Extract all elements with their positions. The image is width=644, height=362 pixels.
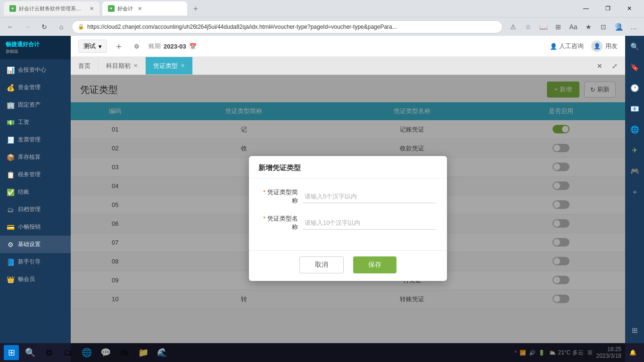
tab-subjects[interactable]: 科目期初 ✕ [99,57,146,74]
form-label-name: 凭证类型名称 [260,214,303,231]
workspace-name: 测试 [83,42,96,50]
tab-home[interactable]: 首页 [71,57,99,74]
zijin-icon: 💰 [7,84,14,91]
rsp-bookmark-icon[interactable]: 🔖 [627,60,642,74]
tab-close-panel-button[interactable]: ✕ [593,59,606,73]
tab-voucher-type-label: 凭证类型 [153,62,178,70]
address-input[interactable]: 🔒 https://cloud2.chanjet.com/accounting/… [72,20,503,33]
window-controls: — ❐ ✕ [575,0,640,17]
user-info[interactable]: 👤 用友 [591,41,618,52]
tab-voucher-type-close[interactable]: ✕ [181,63,185,69]
start-button[interactable]: ⊞ [4,345,19,360]
calendar-icon[interactable]: 📅 [189,43,197,50]
sidebar: 畅捷通好合计 旗舰版 📊 会投资中心 💰 资金管理 🏢 固定资产 [0,36,71,362]
huiyuan-icon: 👑 [7,276,14,283]
tab2-label: 好会计 [117,5,133,12]
consult-button[interactable]: 👤 人工咨询 [550,42,584,50]
guidang-label: 归档管理 [18,206,41,214]
new-tab-button[interactable]: ＋ [192,4,199,14]
close-button[interactable]: ✕ [619,0,640,17]
reload-button[interactable]: ↻ [38,20,51,33]
back-button[interactable]: ← [4,20,17,33]
period-value: 2023-03 [164,43,186,50]
user-avatar: 👤 [591,41,603,52]
rsp-history-icon[interactable]: 🕐 [627,81,642,95]
shuiwu-icon: 📋 [7,171,14,179]
modal-title: 新增凭证类型 [258,164,301,172]
period-info: 账期 2023-03 📅 [149,42,197,50]
rsp-grid-icon[interactable]: ⊞ [627,323,642,337]
consult-label: 人工咨询 [559,42,584,50]
tab1-close[interactable]: ✕ [90,6,94,12]
edge-search-icon[interactable]: 🔍 [612,20,625,33]
extensions-icon[interactable]: ⚠ [506,20,520,33]
favorites-icon[interactable]: ★ [582,20,595,33]
multitasking-icon: ⧉ [46,348,52,358]
fapiao-label: 发票管理 [18,136,41,144]
rsp-outlook-icon[interactable]: 📧 [627,102,642,116]
sidebar-item-touzi[interactable]: 📊 会投资中心 [0,61,71,79]
main-content: 凭证类型 + 新增 ↻ 刷新 编码 凭证类型简称 凭证类型名称 [71,75,625,362]
kucun-icon: 📦 [7,154,14,161]
home-button[interactable]: ⌂ [55,20,68,33]
sidebar-item-jichushezhi[interactable]: ⚙ 基础设置 [0,236,71,253]
reading-mode-icon[interactable]: 📖 [537,20,550,33]
rsp-add-icon[interactable]: ＋ [627,185,642,199]
zijin-label: 资金管理 [18,83,41,91]
sidebar-item-huiyuan[interactable]: 👑 畅会员 [0,271,71,288]
cancel-button[interactable]: 取消 [299,256,344,273]
tab-expand-buttons: ✕ ⤢ [593,59,625,73]
minimize-button[interactable]: — [575,0,597,17]
url-text: https://cloud2.chanjet.com/accounting/uh… [87,24,496,30]
sidebar-item-guidang[interactable]: 🗂 归档管理 [0,201,71,218]
translate-icon[interactable]: Aa [567,20,580,33]
collections-icon[interactable]: ⊡ [597,20,610,33]
add-workspace-button[interactable]: ＋ [113,40,125,52]
tab2-favicon: ✦ [108,5,115,12]
modal-footer: 取消 保存 [249,250,447,281]
sidebar-logo-text: 畅捷通好合计 [6,41,40,49]
form-input-name[interactable] [303,216,436,230]
workspace-selector[interactable]: 测试 ▾ [78,40,107,53]
split-view-icon[interactable]: ⊞ [552,20,565,33]
sidebar-item-kucun[interactable]: 📦 库存核算 [0,148,71,166]
taskbar-multitasking[interactable]: ⧉ [41,345,57,360]
sidebar-item-xinshouyindao[interactable]: 📘 新手引导 [0,253,71,271]
bookmark-icon[interactable]: ☆ [521,20,535,33]
taskbar-search[interactable]: 🔍 [23,345,38,360]
sidebar-item-gongzi[interactable]: 💵 工资 [0,114,71,131]
top-bar-right: 👤 人工咨询 👤 用友 [550,41,618,52]
browser-tab-2[interactable]: ✦ 好会计 ✕ [102,1,187,16]
form-input-short[interactable] [303,190,436,203]
notification-button[interactable]: 🔔 [625,345,640,360]
modal-body: 凭证类型简称 凭证类型名称 [249,179,447,250]
sidebar-item-zijin[interactable]: 💰 资金管理 [0,79,71,96]
forward-button[interactable]: → [21,20,34,33]
rsp-edge-icon[interactable]: 🌐 [627,123,642,137]
xinshouyindao-icon: 📘 [7,258,14,266]
save-button[interactable]: 保存 [353,256,396,273]
sidebar-item-xiaobaoxiao[interactable]: 💳 小畅报销 [0,218,71,236]
workspace-settings-button[interactable]: ⚙ [131,40,143,52]
huiyuan-label: 畅会员 [18,275,35,283]
jichushezhi-label: 基础设置 [18,240,41,248]
top-bar: 测试 ▾ ＋ ⚙ 账期 2023-03 📅 👤 人工咨询 👤 [71,36,625,57]
tab-expand-button[interactable]: ⤢ [608,59,621,73]
more-tools-icon[interactable]: … [627,20,640,33]
rsp-search-icon[interactable]: 🔍 [627,40,642,54]
tab-home-label: 首页 [78,62,91,70]
sidebar-item-shuiwu[interactable]: 📋 税务管理 [0,166,71,183]
period-label: 账期 [149,42,161,50]
sidebar-item-fapiao[interactable]: 🧾 发票管理 [0,131,71,148]
tab-subjects-close[interactable]: ✕ [133,63,138,69]
sidebar-item-jiezhang[interactable]: ✅ 结账 [0,183,71,201]
rsp-send-icon[interactable]: ✈ [627,143,642,157]
tab2-close[interactable]: ✕ [138,6,142,12]
rsp-games-icon[interactable]: 🎮 [627,164,642,178]
tab-voucher-type[interactable]: 凭证类型 ✕ [146,57,193,74]
sidebar-items: 📊 会投资中心 💰 资金管理 🏢 固定资产 💵 工资 🧾 发票管理 [0,59,71,344]
form-row-short: 凭证类型简称 [260,188,436,205]
browser-tab-1[interactable]: ✦ 好会计云财务软件管理系统_会计 ✕ [4,1,99,16]
maximize-button[interactable]: ❐ [597,0,619,17]
sidebar-item-gudingzichan[interactable]: 🏢 固定资产 [0,96,71,114]
